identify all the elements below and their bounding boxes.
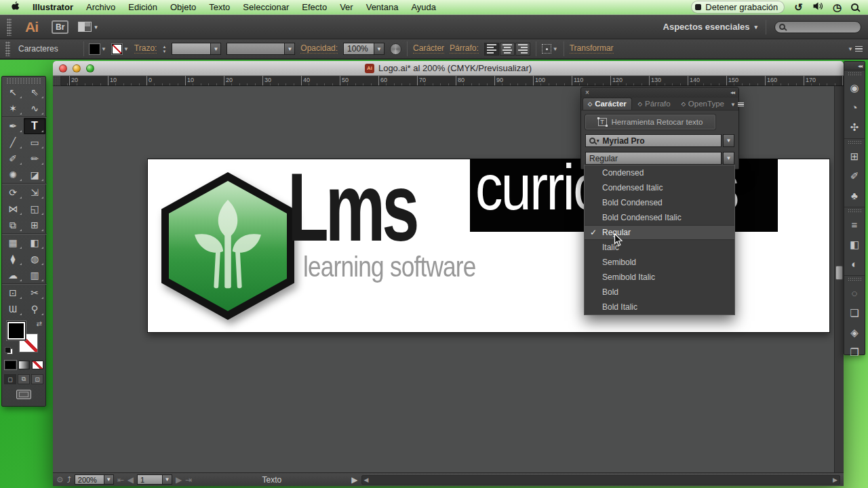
panel-close-button[interactable]: ×	[585, 89, 589, 96]
export-icon[interactable]: ⤴	[67, 476, 71, 484]
style-option[interactable]: Semibold	[585, 255, 734, 270]
status-expand-arrow[interactable]: ▶	[351, 476, 357, 484]
menu-item[interactable]: Ayuda	[411, 2, 436, 12]
symbols-panel-icon[interactable]: ♣	[844, 186, 865, 205]
control-panel-menu-button[interactable]: ▼	[848, 45, 863, 54]
style-option[interactable]: Semibold Italic	[585, 270, 734, 285]
panel-tab[interactable]: ◇OpenType	[677, 98, 729, 110]
gradient-panel-icon[interactable]: ◧	[844, 235, 865, 254]
transform-panel-link[interactable]: Transformar	[570, 44, 614, 54]
artboards-panel-icon[interactable]: ❐	[844, 342, 865, 362]
character-panel-link[interactable]: Carácter	[413, 44, 444, 54]
vertical-scroll-thumb[interactable]	[835, 266, 843, 280]
fill-color-swatch[interactable]: ▼	[90, 44, 106, 54]
settings-icon[interactable]: ⚙	[56, 476, 64, 484]
style-option[interactable]: Bold Italic	[585, 300, 734, 314]
draw-behind-button[interactable]: ⧉	[18, 374, 30, 384]
artboard-tool[interactable]: ⊡	[2, 285, 24, 301]
panel-grip[interactable]	[5, 41, 10, 56]
brushes-panel-icon[interactable]: ✐	[844, 166, 865, 186]
line-segment-tool[interactable]: ╱	[2, 134, 24, 150]
recording-indicator-icon[interactable]: ◷	[833, 2, 842, 12]
zoom-level-dropdown[interactable]: ▼	[104, 474, 114, 485]
transparency-panel-icon[interactable]: ◐	[844, 254, 865, 274]
menu-item[interactable]: Ventana	[366, 2, 399, 12]
default-fill-stroke-icon[interactable]	[5, 347, 13, 354]
reference-point-selector[interactable]: ▼	[542, 44, 558, 54]
stop-recording-button[interactable]: Detener grabación	[691, 1, 785, 14]
swatches-panel-icon[interactable]: ⊞	[844, 146, 865, 166]
pen-tool[interactable]: ✒	[2, 118, 24, 134]
draw-inside-button[interactable]: ⊡	[31, 374, 43, 384]
recolor-artwork-icon[interactable]	[390, 43, 401, 55]
opacity-dropdown[interactable]: ▼	[374, 43, 384, 55]
horizontal-scrollbar[interactable]: ◀ ▶	[361, 475, 840, 485]
fill-color-box[interactable]	[7, 321, 26, 340]
eraser-tool[interactable]: ◪	[24, 167, 45, 183]
dock-grip[interactable]	[848, 209, 861, 214]
menu-item[interactable]: Ver	[340, 2, 353, 12]
column-graph-tool[interactable]: ▥	[24, 267, 45, 283]
menu-item[interactable]: Illustrator	[33, 2, 73, 12]
arrange-documents-button[interactable]: ▾	[78, 22, 98, 32]
style-option[interactable]: Bold Condensed Italic	[585, 210, 734, 225]
selection-tool[interactable]: ↖	[2, 84, 24, 100]
search-field[interactable]	[774, 21, 861, 33]
gradient-tool[interactable]: ◧	[24, 235, 45, 251]
vertical-scrollbar[interactable]	[834, 86, 844, 472]
perspective-grid-tool[interactable]: ⊞	[24, 217, 45, 233]
slice-tool[interactable]: ✂	[24, 285, 45, 301]
stroke-weight-stepper[interactable]: ▲ ▼	[162, 45, 166, 54]
graphic-styles-panel-icon[interactable]: ❏	[844, 303, 865, 323]
scroll-right-arrow[interactable]: ▶	[833, 476, 837, 483]
panel-grip[interactable]	[7, 18, 12, 36]
window-titlebar[interactable]: Ai Logo.ai* al 200% (CMYK/Previsualizar)	[53, 61, 844, 76]
menu-item[interactable]: Seleccionar	[243, 2, 289, 12]
last-artboard-button[interactable]: ⇥	[185, 476, 192, 484]
none-mode-button[interactable]	[32, 361, 43, 369]
bridge-button[interactable]: Br	[52, 20, 68, 34]
eyedropper-tool[interactable]: ⧫	[2, 251, 24, 267]
stepper-up-icon[interactable]: ▲	[162, 45, 166, 49]
rectangle-tool[interactable]: ▭	[24, 134, 45, 150]
kuler-panel-icon[interactable]: ✣	[844, 117, 865, 137]
scroll-left-arrow[interactable]: ◀	[364, 476, 369, 483]
hand-tool[interactable]: Ɯ	[2, 301, 24, 317]
align-right-button[interactable]	[515, 43, 530, 56]
pencil-tool[interactable]: ✏	[24, 150, 45, 167]
width-tool[interactable]: ⋈	[2, 201, 24, 217]
apple-logo-icon[interactable]	[9, 1, 20, 14]
shape-builder-tool[interactable]: ⧉	[2, 217, 24, 233]
style-option[interactable]: Italic	[585, 240, 734, 255]
stepper-down-icon[interactable]: ▼	[162, 49, 166, 54]
menu-item[interactable]: Objeto	[170, 2, 196, 12]
screen-mode-button[interactable]	[16, 390, 31, 399]
rotate-tool[interactable]: ⟳	[2, 184, 24, 201]
draw-normal-button[interactable]: ◻	[4, 374, 16, 384]
next-artboard-button[interactable]: ▶	[176, 476, 182, 484]
menu-item[interactable]: Archivo	[86, 2, 115, 12]
stroke-color-swatch[interactable]: ▼	[112, 44, 129, 54]
dock-grip[interactable]	[848, 72, 861, 77]
menu-item[interactable]: Texto	[209, 2, 230, 12]
magic-wand-tool[interactable]: ✶	[2, 100, 24, 117]
width-profile-dropdown[interactable]: ▼	[285, 43, 295, 55]
stroke-weight-dropdown[interactable]: ▼	[211, 43, 221, 55]
previous-artboard-button[interactable]: ◀	[127, 476, 134, 484]
style-option[interactable]: Regular	[585, 225, 734, 240]
width-profile-field[interactable]	[226, 43, 285, 55]
gradient-mode-button[interactable]	[18, 361, 30, 369]
font-family-dropdown[interactable]: ▼	[723, 134, 734, 147]
opacity-link[interactable]: Opacidad:	[300, 44, 338, 54]
panel-menu-button[interactable]: ▼	[730, 101, 746, 110]
align-center-button[interactable]	[500, 43, 515, 56]
blend-tool[interactable]: ◍	[24, 251, 45, 267]
artboard-number-field[interactable]: 1	[137, 474, 163, 485]
spotlight-search-icon[interactable]	[851, 3, 859, 11]
dock-grip[interactable]	[848, 277, 861, 282]
time-machine-icon[interactable]: ↺	[794, 2, 803, 12]
symbol-sprayer-tool[interactable]: ☁	[2, 267, 24, 283]
opacity-field[interactable]: 100%	[343, 43, 374, 55]
style-option[interactable]: Bold	[585, 285, 734, 300]
first-artboard-button[interactable]: ⇤	[117, 476, 124, 484]
